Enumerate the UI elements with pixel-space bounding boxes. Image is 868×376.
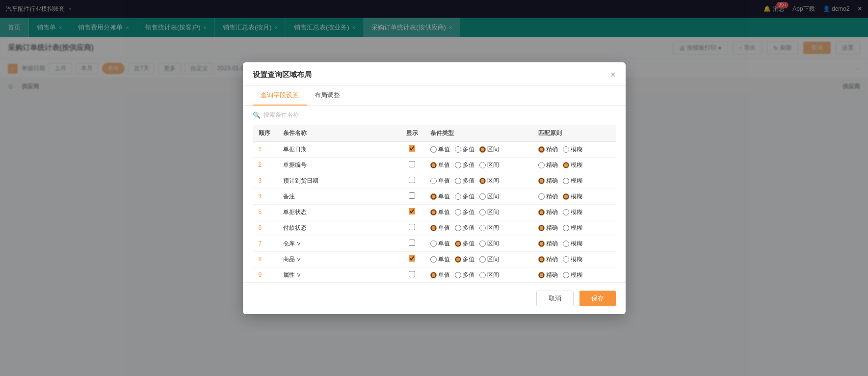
dialog-header: 设置查询区域布局 ×: [243, 62, 626, 86]
settings-dialog: 设置查询区域布局 × 查询字段设置 布局调整 🔍 顺序: [243, 62, 626, 96]
tab-layout[interactable]: 布局调整: [307, 86, 348, 96]
dialog-close-button[interactable]: ×: [610, 70, 616, 79]
tab-query-fields[interactable]: 查询字段设置: [253, 86, 307, 96]
dialog-tabs: 查询字段设置 布局调整: [243, 86, 626, 96]
dialog-title: 设置查询区域布局: [253, 70, 312, 80]
modal-overlay[interactable]: 设置查询区域布局 × 查询字段设置 布局调整 🔍 顺序: [0, 0, 868, 95]
